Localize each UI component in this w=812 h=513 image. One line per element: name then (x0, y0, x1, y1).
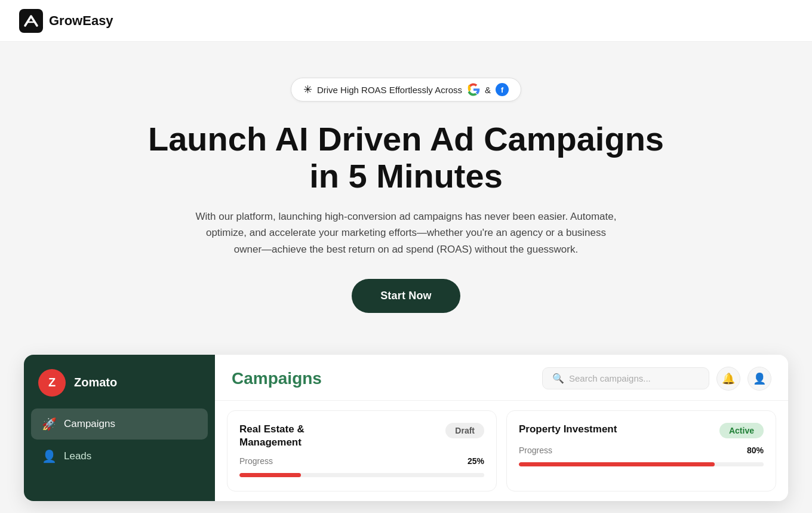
notifications-button[interactable]: 🔔 (716, 367, 740, 391)
campaign-card-1[interactable]: Property Investment Active Progress 80% (506, 410, 776, 492)
card-badge-0: Draft (445, 423, 484, 438)
facebook-icon: f (496, 83, 509, 96)
campaigns-title: Campaigns (232, 369, 322, 388)
logo: GrowEasy (19, 9, 113, 33)
search-icon: 🔍 (552, 373, 564, 384)
sidebar-nav: 🚀 Campaigns 👤 Leads (24, 408, 215, 472)
card-header-1: Property Investment Active (519, 423, 764, 438)
progress-row-1: Progress 80% (519, 446, 764, 455)
card-title-1: Property Investment (519, 423, 617, 436)
badge-connector: & (485, 85, 491, 95)
progress-label-1: Progress (519, 446, 552, 455)
search-placeholder: Search campaigns... (569, 373, 651, 383)
progress-bar-bg-0 (239, 473, 484, 477)
start-now-button[interactable]: Start Now (352, 279, 460, 313)
leads-nav-icon: 👤 (42, 449, 57, 463)
google-icon (467, 83, 480, 96)
progress-label-0: Progress (239, 456, 273, 466)
progress-bar-fill-0 (239, 473, 301, 477)
sidebar-item-leads[interactable]: 👤 Leads (31, 441, 208, 472)
progress-val-1: 80% (747, 446, 764, 455)
hero-section: ✳ Drive High ROAS Effortlessly Across & … (0, 42, 812, 337)
logo-icon (19, 9, 43, 33)
main-header: Campaigns 🔍 Search campaigns... 🔔 👤 (215, 355, 788, 401)
campaigns-nav-icon: 🚀 (42, 417, 57, 431)
campaign-cards: Real Estate & Management Draft Progress … (215, 401, 788, 501)
campaign-card-0[interactable]: Real Estate & Management Draft Progress … (227, 410, 497, 492)
header: GrowEasy (0, 0, 812, 42)
progress-val-0: 25% (467, 456, 484, 466)
sidebar-brand: Z Zomato (24, 355, 215, 408)
sidebar-item-campaigns[interactable]: 🚀 Campaigns (31, 408, 208, 440)
svg-rect-0 (19, 9, 43, 33)
main-content: Campaigns 🔍 Search campaigns... 🔔 👤 Real… (215, 355, 788, 501)
badge-text: Drive High ROAS Effortlessly Across (317, 85, 462, 95)
badge-asterisk-icon: ✳ (303, 83, 312, 96)
hero-title: Launch AI Driven Ad Campaigns in 5 Minut… (137, 121, 675, 194)
brand-avatar: Z (38, 369, 66, 397)
leads-nav-label: Leads (64, 450, 91, 462)
hero-subtitle: With our platform, launching high-conver… (191, 208, 621, 257)
profile-button[interactable]: 👤 (748, 367, 771, 391)
progress-row-0: Progress 25% (239, 456, 484, 466)
header-actions: 🔍 Search campaigns... 🔔 👤 (542, 367, 771, 391)
user-icon: 👤 (753, 372, 766, 385)
search-bar[interactable]: 🔍 Search campaigns... (542, 367, 709, 389)
progress-bar-bg-1 (519, 462, 764, 466)
card-header-0: Real Estate & Management Draft (239, 423, 484, 449)
dashboard-preview: Z Zomato 🚀 Campaigns 👤 Leads Campaigns 🔍… (24, 355, 788, 501)
card-title-0: Real Estate & Management (239, 423, 347, 449)
campaigns-nav-label: Campaigns (64, 418, 115, 430)
progress-bar-fill-1 (519, 462, 715, 466)
card-badge-1: Active (719, 423, 764, 438)
brand-name: Zomato (74, 376, 117, 389)
sidebar: Z Zomato 🚀 Campaigns 👤 Leads (24, 355, 215, 501)
hero-badge: ✳ Drive High ROAS Effortlessly Across & … (291, 78, 521, 102)
logo-text: GrowEasy (49, 13, 113, 29)
bell-icon: 🔔 (722, 372, 735, 385)
